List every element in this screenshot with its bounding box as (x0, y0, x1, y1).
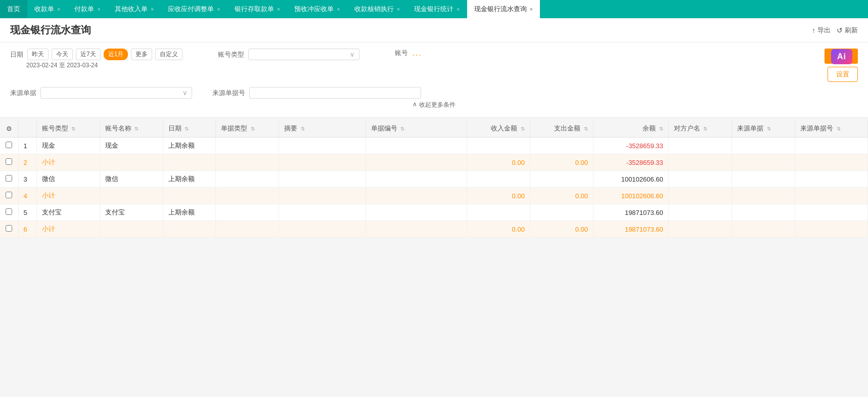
table-row[interactable]: 3 微信 微信 上期余额 100102606.60 (0, 171, 868, 188)
sort-icon: ⇅ (837, 126, 841, 131)
row-checkbox[interactable] (6, 225, 12, 232)
cell-checkbox[interactable] (0, 188, 18, 204)
cell-date: 上期余额 (163, 204, 215, 221)
sort-icon: ⇅ (767, 126, 771, 131)
cell-checkbox[interactable] (0, 204, 18, 221)
col-date[interactable]: 日期 ⇅ (163, 120, 215, 138)
nav-prepay-offset[interactable]: 预收冲应收单 × (287, 0, 347, 18)
col-income[interactable]: 收入金额 ⇅ (467, 120, 530, 138)
collapse-bar[interactable]: ∧ 收起更多条件 (10, 99, 858, 111)
nav-payment[interactable]: 付款单 × (67, 0, 107, 18)
col-balance[interactable]: 余额 ⇅ (593, 120, 669, 138)
cell-source-doc (732, 138, 795, 154)
cell-account-name (100, 221, 163, 238)
col-rownum (18, 120, 36, 138)
cell-source-doc (732, 188, 795, 204)
cell-counterparty (668, 171, 732, 188)
cell-balance: 19871073.60 (593, 204, 669, 221)
filter-row2: 来源单据 ∨ 来源单据号 (10, 87, 858, 99)
date-btn-custom[interactable]: 自定义 (155, 49, 182, 60)
refresh-button[interactable]: ↺ 刷新 (837, 26, 858, 35)
table-body: 1 现金 现金 上期余额 -3528659.33 2 小计 0.00 0.00 … (0, 138, 868, 238)
nav-bank-deposit[interactable]: 银行存取款单 × (227, 0, 287, 18)
cell-doc-no (366, 154, 467, 171)
settings-button[interactable]: 设置 (828, 67, 858, 82)
col-doc-no[interactable]: 单据编号 ⇅ (366, 120, 467, 138)
row-checkbox[interactable] (6, 192, 12, 198)
col-account-type[interactable]: 账号类型 ⇅ (36, 120, 100, 138)
cell-source-doc-no (795, 188, 868, 204)
cell-checkbox[interactable] (0, 154, 18, 171)
date-btn-more[interactable]: 更多 (131, 49, 152, 60)
col-expense[interactable]: 支出金额 ⇅ (530, 120, 593, 138)
source-doc-select[interactable]: ∨ (40, 87, 192, 99)
nav-cash-bank-stat[interactable]: 现金银行统计 × (407, 0, 467, 18)
page-title: 现金银行流水查询 (10, 23, 91, 37)
close-icon[interactable]: × (530, 6, 533, 12)
col-counterparty[interactable]: 对方户名 ⇅ (668, 120, 732, 138)
account-ellipsis-btn[interactable]: ... (412, 49, 422, 58)
cell-income: 0.00 (467, 221, 530, 238)
top-nav: 首页 收款单 × 付款单 × 其他收入单 × 应收应付调整单 × 银行存取款单 … (0, 0, 868, 18)
close-icon[interactable]: × (337, 6, 340, 12)
cell-income (467, 204, 530, 221)
cell-rownum: 1 (18, 138, 36, 154)
col-gear[interactable]: ⚙ (0, 120, 18, 138)
col-source-doc[interactable]: 来源单据 ⇅ (732, 120, 795, 138)
col-source-doc-no[interactable]: 来源单据号 ⇅ (795, 120, 868, 138)
close-icon[interactable]: × (151, 6, 154, 12)
nav-cash-bank-flow[interactable]: 现金银行流水查询 × (467, 0, 540, 18)
close-icon[interactable]: × (97, 6, 100, 12)
nav-collection-exec[interactable]: 收款核销执行 × (347, 0, 407, 18)
table-row[interactable]: 4 小计 0.00 0.00 100102606.60 (0, 188, 868, 204)
col-summary[interactable]: 摘要 ⇅ (279, 120, 366, 138)
date-btn-7days[interactable]: 近7天 (76, 49, 101, 60)
close-icon[interactable]: × (217, 6, 220, 12)
cell-expense: 0.00 (530, 188, 593, 204)
cell-counterparty (668, 188, 732, 204)
cell-expense (530, 171, 593, 188)
date-btn-1month[interactable]: 近1月 (104, 49, 128, 60)
table-row[interactable]: 5 支付宝 支付宝 上期余额 19871073.60 (0, 204, 868, 221)
row-checkbox[interactable] (6, 158, 12, 165)
cell-rownum: 6 (18, 221, 36, 238)
cell-account-type: 微信 (36, 171, 100, 188)
sort-icon: ⇅ (703, 126, 707, 131)
cell-balance: -3528659.33 (593, 154, 669, 171)
close-icon[interactable]: × (456, 6, 460, 12)
cell-source-doc-no (795, 171, 868, 188)
cell-date: 上期余额 (163, 138, 215, 154)
close-icon[interactable]: × (277, 6, 280, 12)
cell-checkbox[interactable] (0, 171, 18, 188)
nav-receipt[interactable]: 收款单 × (27, 0, 67, 18)
export-button[interactable]: ↑ 导出 (812, 26, 831, 35)
table-row[interactable]: 2 小计 0.00 0.00 -3528659.33 (0, 154, 868, 171)
chevron-down-icon: ∨ (350, 51, 355, 58)
sort-icon: ⇅ (659, 126, 663, 131)
date-btn-yesterday[interactable]: 昨天 (27, 49, 49, 60)
cell-account-name: 现金 (100, 138, 163, 154)
cell-checkbox[interactable] (0, 221, 18, 238)
source-doc-num-input[interactable] (249, 87, 421, 99)
col-account-name[interactable]: 账号名称 ⇅ (100, 120, 163, 138)
cell-checkbox[interactable] (0, 138, 18, 154)
row-checkbox[interactable] (6, 175, 12, 182)
col-doc-type[interactable]: 单据类型 ⇅ (216, 120, 279, 138)
nav-ar-ap-adjust[interactable]: 应收应付调整单 × (161, 0, 227, 18)
date-range-display: 2023-02-24 至 2023-03-24 (26, 61, 182, 70)
date-btn-today[interactable]: 今天 (52, 49, 73, 60)
nav-other-income[interactable]: 其他收入单 × (108, 0, 161, 18)
cell-source-doc-no (795, 138, 868, 154)
table-row[interactable]: 6 小计 0.00 0.00 19871073.60 (0, 221, 868, 238)
ai-badge[interactable]: Ai (831, 49, 852, 64)
export-icon: ↑ (812, 26, 815, 34)
close-icon[interactable]: × (57, 6, 60, 12)
row-checkbox[interactable] (6, 208, 12, 215)
cell-counterparty (668, 221, 732, 238)
close-icon[interactable]: × (397, 6, 400, 12)
source-doc-num-group: 来源单据号 (212, 87, 421, 99)
row-checkbox[interactable] (6, 142, 12, 148)
nav-home[interactable]: 首页 (0, 0, 27, 18)
table-row[interactable]: 1 现金 现金 上期余额 -3528659.33 (0, 138, 868, 154)
account-type-select[interactable]: ∨ (248, 49, 359, 60)
